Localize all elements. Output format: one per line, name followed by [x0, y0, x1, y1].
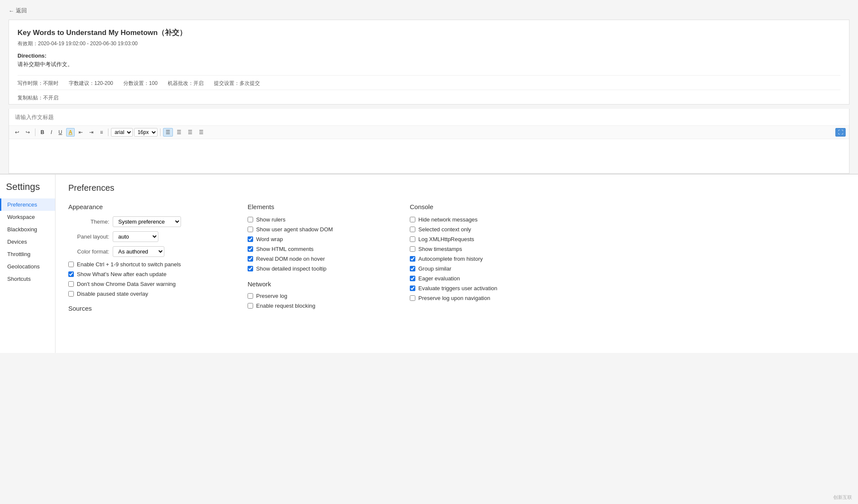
request-blocking-checkbox[interactable]	[248, 303, 253, 309]
eval-triggers-label: Evaluate triggers user activation	[418, 285, 497, 291]
selected-context-label: Selected context only	[418, 226, 471, 233]
undo-button[interactable]: ↩	[12, 128, 22, 137]
data-saver-label: Don't show Chrome Data Saver warning	[77, 281, 176, 287]
sources-title: Sources	[68, 305, 231, 312]
eval-triggers-checkbox[interactable]	[410, 286, 415, 291]
toolbar-sep-2	[108, 128, 108, 136]
panel-layout-select[interactable]: auto horizontal vertical	[113, 231, 158, 242]
elements-col: Elements Show rulers Show user agent sha…	[248, 201, 410, 312]
bold-button[interactable]: B	[38, 128, 47, 137]
directions-text: 请补交期中考试作文。	[18, 61, 840, 68]
sidebar-item-devices[interactable]: Devices	[0, 236, 55, 248]
list-button[interactable]: ≡	[97, 128, 105, 137]
eager-eval-checkbox[interactable]	[410, 276, 415, 281]
sidebar-item-shortcuts[interactable]: Shortcuts	[0, 273, 55, 285]
editor-area[interactable]: ↩ ↪ B I U A ⇤ ⇥ ≡ arial 16px ☰ ☰ ☰ ☰ ⛶	[9, 109, 849, 174]
cb-reveal-dom: Reveal DOM node on hover	[248, 256, 393, 262]
sidebar-item-preferences[interactable]: Preferences	[0, 198, 55, 211]
checkbox-ctrl-shortcut: Enable Ctrl + 1-9 shortcut to switch pan…	[68, 261, 231, 268]
meta-words: 字数建议：120-200	[69, 80, 113, 87]
font-family-select[interactable]: arial	[111, 128, 133, 137]
font-color-button[interactable]: A	[66, 128, 75, 137]
reveal-dom-checkbox[interactable]	[248, 256, 253, 262]
shadow-dom-checkbox[interactable]	[248, 227, 253, 232]
show-rulers-checkbox[interactable]	[248, 217, 253, 222]
whats-new-checkbox[interactable]	[68, 271, 74, 277]
cb-show-timestamps: Show timestamps	[410, 246, 845, 252]
paused-overlay-checkbox[interactable]	[68, 291, 74, 297]
checkbox-whats-new: Show What's New after each update	[68, 271, 231, 277]
word-wrap-label: Word wrap	[256, 236, 283, 242]
editor-content[interactable]	[9, 139, 849, 173]
settings-main: Preferences Appearance Theme: System pre…	[55, 175, 858, 353]
html-comments-checkbox[interactable]	[248, 246, 253, 252]
align-right-button[interactable]: ☰	[185, 128, 195, 137]
toolbar-sep-3	[160, 128, 161, 136]
theme-label: Theme:	[68, 218, 109, 225]
data-saver-checkbox[interactable]	[68, 281, 74, 287]
fullscreen-button[interactable]: ⛶	[835, 128, 846, 137]
color-format-label: Color format:	[68, 248, 109, 255]
redo-button[interactable]: ↪	[23, 128, 32, 137]
console-title: Console	[410, 203, 845, 210]
justify-button[interactable]: ☰	[196, 128, 206, 137]
elements-title: Elements	[248, 203, 393, 210]
theme-row: Theme: System preference Light Dark	[68, 216, 231, 227]
align-center-button[interactable]: ☰	[174, 128, 184, 137]
show-timestamps-checkbox[interactable]	[410, 246, 415, 252]
inspect-tooltip-checkbox[interactable]	[248, 266, 253, 271]
preserve-log-nav-checkbox[interactable]	[410, 295, 415, 301]
request-blocking-label: Enable request blocking	[256, 303, 315, 309]
editor-title-input[interactable]	[9, 109, 849, 126]
top-section: ← 返回 Key Words to Understand My Hometown…	[0, 0, 858, 174]
network-title: Network	[248, 280, 393, 288]
directions-label: Directions:	[18, 52, 840, 59]
meta-time: 写作时限：不限时	[18, 80, 58, 87]
align-left-button[interactable]: ☰	[163, 128, 173, 137]
html-comments-label: Show HTML comments	[256, 246, 314, 252]
sidebar-item-workspace[interactable]: Workspace	[0, 211, 55, 223]
settings-main-title: Preferences	[68, 183, 845, 193]
sidebar-item-geolocations[interactable]: Geolocations	[0, 260, 55, 273]
shadow-dom-label: Show user agent shadow DOM	[256, 226, 333, 233]
assignment-card: Key Words to Understand My Hometown（补交） …	[9, 20, 849, 105]
sidebar-item-blackboxing[interactable]: Blackboxing	[0, 223, 55, 236]
color-format-select[interactable]: As authored HEX RGB HSL	[113, 246, 164, 257]
ctrl-shortcut-checkbox[interactable]	[68, 262, 74, 267]
selected-context-checkbox[interactable]	[410, 227, 415, 232]
cb-show-rulers: Show rulers	[248, 216, 393, 223]
underline-button[interactable]: U	[56, 128, 65, 137]
appearance-title: Appearance	[68, 203, 231, 210]
indent-inc-button[interactable]: ⇥	[87, 128, 96, 137]
italic-button[interactable]: I	[48, 128, 55, 137]
hide-network-checkbox[interactable]	[410, 217, 415, 222]
cb-inspect-tooltip: Show detailed inspect tooltip	[248, 265, 393, 272]
prefs-columns: Appearance Theme: System preference Ligh…	[68, 201, 845, 312]
assignment-title: Key Words to Understand My Hometown（补交）	[18, 28, 840, 38]
ctrl-shortcut-label: Enable Ctrl + 1-9 shortcut to switch pan…	[77, 261, 181, 268]
toolbar-sep-1	[35, 128, 35, 136]
log-xhr-checkbox[interactable]	[410, 236, 415, 242]
back-link[interactable]: ← 返回	[0, 4, 858, 17]
panel-layout-label: Panel layout:	[68, 233, 109, 240]
preserve-log-checkbox[interactable]	[248, 293, 253, 299]
settings-title: Settings	[0, 181, 55, 198]
word-wrap-checkbox[interactable]	[248, 236, 253, 242]
eager-eval-label: Eager evaluation	[418, 275, 460, 282]
assignment-date: 有效期：2020-04-19 19:02:00 - 2020-06-30 19:…	[18, 40, 840, 47]
show-rulers-label: Show rulers	[256, 216, 286, 223]
autocomplete-checkbox[interactable]	[410, 256, 415, 262]
sidebar-item-throttling[interactable]: Throttling	[0, 248, 55, 260]
cb-autocomplete: Autocomplete from history	[410, 256, 845, 262]
cb-log-xhr: Log XMLHttpRequests	[410, 236, 845, 242]
assignment-meta: 写作时限：不限时 字数建议：120-200 分数设置：100 机器批改：开启 提…	[18, 75, 840, 90]
theme-select[interactable]: System preference Light Dark	[113, 216, 181, 227]
cb-preserve-log: Preserve log	[248, 293, 393, 299]
appearance-col: Appearance Theme: System preference Ligh…	[68, 201, 248, 312]
font-size-select[interactable]: 16px	[134, 128, 158, 137]
panel-layout-row: Panel layout: auto horizontal vertical	[68, 231, 231, 242]
indent-dec-button[interactable]: ⇤	[76, 128, 85, 137]
settings-wrapper: Settings Preferences Workspace Blackboxi…	[0, 174, 858, 353]
group-similar-checkbox[interactable]	[410, 266, 415, 271]
checkbox-paused-overlay: Disable paused state overlay	[68, 291, 231, 297]
